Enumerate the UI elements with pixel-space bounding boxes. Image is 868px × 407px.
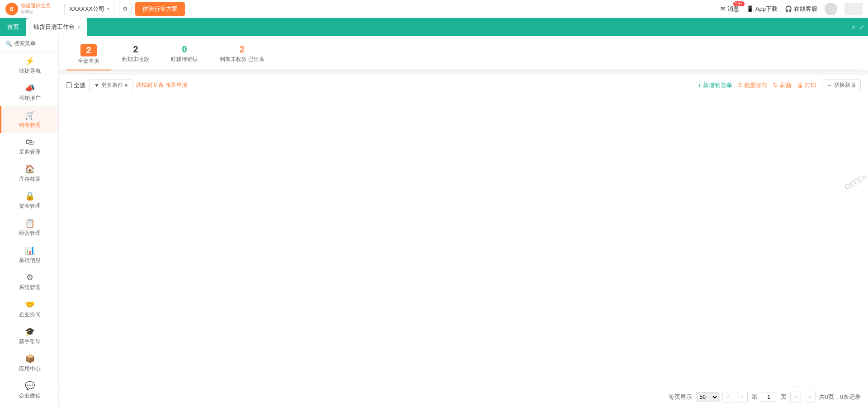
stats-bar: 2 全部单据 2 到期未收款 0 旺辅待确认 2 到期未收款 已出库 bbox=[59, 36, 868, 71]
logo-text: 畅捷通好生意 bbox=[21, 3, 51, 9]
enterprise-icon: 🤝 bbox=[25, 299, 35, 309]
app-download-button[interactable]: 📱 App下载 bbox=[746, 5, 778, 13]
logo-area: 6 畅捷通好生意 标准版 bbox=[5, 3, 64, 15]
print-button[interactable]: 🖨 打印 bbox=[797, 81, 816, 89]
window-close-icon[interactable]: × bbox=[852, 23, 855, 31]
settings-button[interactable]: ⚙ bbox=[119, 3, 132, 15]
sidebar-item-member[interactable]: 🏷 畅会员 bbox=[0, 403, 58, 407]
sidebar-item-purchase[interactable]: 🛍 采购管理 bbox=[0, 133, 58, 159]
app-center-icon: 📦 bbox=[25, 354, 35, 364]
page-suffix: 页 bbox=[781, 393, 787, 401]
sidebar-item-label: 基础信息 bbox=[19, 257, 41, 264]
purchase-icon: 🛍 bbox=[26, 137, 34, 147]
user-name[interactable] bbox=[844, 3, 863, 15]
sidebar-item-enterprise[interactable]: 🤝 企业协同 bbox=[0, 295, 58, 322]
content-area: 2 全部单据 2 到期未收款 0 旺辅待确认 2 到期未收款 已出库 bbox=[59, 36, 868, 407]
tab-close-icon[interactable]: × bbox=[77, 24, 80, 30]
stat-label-overdue: 到期未收款 bbox=[122, 56, 149, 63]
message-badge: 99+ bbox=[733, 1, 745, 6]
sidebar-item-app-center[interactable]: 📦 应用中心 bbox=[0, 349, 58, 376]
filter-icon: ▼ bbox=[94, 82, 99, 89]
experience-button[interactable]: 体验行业方案 bbox=[135, 2, 185, 16]
sidebar-item-label: 新手引导 bbox=[19, 338, 41, 346]
print-label: 打印 bbox=[805, 81, 816, 89]
search-icon: 🔍 bbox=[5, 41, 12, 47]
sidebar-item-marketing[interactable]: 📣 营销推广 bbox=[0, 79, 58, 106]
related-text: 相关单据 bbox=[165, 82, 187, 88]
logo-text-group: 畅捷通好生意 标准版 bbox=[21, 3, 51, 14]
stat-tab-overdue-out[interactable]: 2 到期未收款 已出库 bbox=[209, 42, 275, 70]
sidebar-item-label: 资金管理 bbox=[19, 202, 41, 210]
found-text: 共找到 bbox=[136, 82, 152, 88]
filter-label: 更多条件 bbox=[101, 81, 123, 89]
batch-label: 批量操作 bbox=[744, 81, 768, 89]
stat-label-overdue-out: 到期未收款 已出库 bbox=[220, 56, 264, 63]
batch-operations-button[interactable]: ⠿ 批量操作 bbox=[738, 81, 768, 89]
logo-icon: 6 bbox=[5, 3, 18, 15]
sidebar-item-system[interactable]: ⚙ 系统管理 bbox=[0, 268, 58, 295]
sidebar-item-basic-info[interactable]: 📊 基础信息 bbox=[0, 241, 58, 268]
inventory-icon: 🏠 bbox=[25, 164, 35, 174]
stats-tabs: 2 全部单据 2 到期未收款 0 旺辅待确认 2 到期未收款 已出库 bbox=[66, 42, 861, 70]
online-service-button[interactable]: 🎧 在线客服 bbox=[785, 5, 817, 13]
tab-home[interactable]: 首页 bbox=[0, 18, 26, 36]
toolbar: 全选 ▼ 更多条件 ▾ 共找到 0 条 相关单据 + 新增销货单 ⠿ 批量操作 bbox=[59, 75, 868, 96]
message-icon: ✉ bbox=[721, 5, 726, 12]
watermark: OfTEn bbox=[843, 172, 868, 192]
toolbar-right: + 新增销货单 ⠿ 批量操作 ↻ 刷新 🖨 打印 ↔ 切换新版 bbox=[698, 79, 861, 91]
system-icon: ⚙ bbox=[26, 272, 33, 282]
select-all-checkbox[interactable]: 全选 bbox=[66, 81, 85, 89]
stat-label-wangpiao: 旺辅待确认 bbox=[171, 56, 198, 63]
service-icon: 🎧 bbox=[785, 5, 792, 12]
refresh-icon: ↻ bbox=[773, 82, 778, 89]
online-service-label: 在线客服 bbox=[794, 5, 817, 13]
sidebar: 🔍 搜索菜单 ⚡ 快捷导航 📣 营销推广 🛒 销售管理 🛍 采购管理 🏠 库存核… bbox=[0, 36, 59, 407]
search-menu[interactable]: 🔍 搜索菜单 bbox=[0, 36, 58, 51]
sidebar-item-label: 营销推广 bbox=[19, 94, 41, 102]
per-page-select[interactable]: 50 10 20 100 bbox=[696, 392, 719, 402]
total-info: 共0页，0条记录 bbox=[819, 393, 861, 401]
window-expand-icon[interactable]: ⤢ bbox=[859, 23, 864, 31]
stat-tab-overdue[interactable]: 2 到期未收款 bbox=[111, 42, 160, 70]
select-all-input[interactable] bbox=[66, 82, 72, 88]
guide-icon: 🎓 bbox=[25, 327, 35, 337]
header: 6 畅捷通好生意 标准版 XXXXXX公司 ▾ ⚙ 体验行业方案 ✉ 消息 99… bbox=[0, 0, 868, 18]
tab-active[interactable]: 钱货日清工作台 × bbox=[26, 18, 87, 36]
sidebar-item-operations[interactable]: 📋 经营管理 bbox=[0, 214, 58, 241]
chevron-down-icon: ▾ bbox=[107, 6, 109, 11]
last-page-button[interactable]: » bbox=[805, 392, 816, 402]
company-name: XXXXXX公司 bbox=[69, 5, 104, 13]
refresh-button[interactable]: ↻ 刷新 bbox=[773, 81, 792, 89]
sidebar-item-label: 企业协同 bbox=[19, 311, 41, 318]
filter-chevron-icon: ▾ bbox=[125, 82, 127, 89]
sales-icon: 🛒 bbox=[25, 110, 35, 120]
filter-button[interactable]: ▼ 更多条件 ▾ bbox=[89, 79, 132, 91]
switch-version-button[interactable]: ↔ 切换新版 bbox=[822, 79, 861, 91]
sidebar-item-guide[interactable]: 🎓 新手引导 bbox=[0, 322, 58, 349]
company-selector[interactable]: XXXXXX公司 ▾ bbox=[64, 3, 114, 15]
sidebar-item-wechat[interactable]: 💬 企业微信 bbox=[0, 376, 58, 403]
window-controls: × ⤢ bbox=[852, 23, 868, 31]
stat-tab-wangpiao[interactable]: 0 旺辅待确认 bbox=[160, 42, 209, 70]
message-button[interactable]: ✉ 消息 99+ bbox=[721, 5, 739, 13]
prev-page-button[interactable]: < bbox=[737, 392, 748, 402]
add-sales-order-button[interactable]: + 新增销货单 bbox=[698, 81, 732, 89]
stat-tab-all[interactable]: 2 全部单据 bbox=[66, 42, 111, 70]
tab-bar: 首页 钱货日清工作台 × × ⤢ bbox=[0, 18, 868, 36]
sidebar-item-label: 快捷导航 bbox=[19, 67, 41, 75]
download-icon: 📱 bbox=[746, 5, 754, 12]
first-page-button[interactable]: « bbox=[722, 392, 733, 402]
sidebar-item-inventory[interactable]: 🏠 库存核算 bbox=[0, 159, 58, 187]
main-layout: 🔍 搜索菜单 ⚡ 快捷导航 📣 营销推广 🛒 销售管理 🛍 采购管理 🏠 库存核… bbox=[0, 36, 868, 407]
avatar[interactable] bbox=[825, 3, 837, 15]
table-area: OfTEn bbox=[59, 96, 868, 387]
sidebar-item-finance[interactable]: 🔒 资金管理 bbox=[0, 187, 58, 214]
marketing-icon: 📣 bbox=[25, 83, 35, 93]
sidebar-item-label: 库存核算 bbox=[19, 175, 41, 183]
next-page-button[interactable]: > bbox=[790, 392, 801, 402]
batch-icon: ⠿ bbox=[738, 82, 742, 89]
sidebar-item-sales[interactable]: 🛒 销售管理 bbox=[0, 106, 58, 133]
page-number-input[interactable] bbox=[761, 393, 777, 402]
sidebar-item-quick-nav[interactable]: ⚡ 快捷导航 bbox=[0, 51, 58, 79]
select-all-label: 全选 bbox=[74, 81, 85, 89]
